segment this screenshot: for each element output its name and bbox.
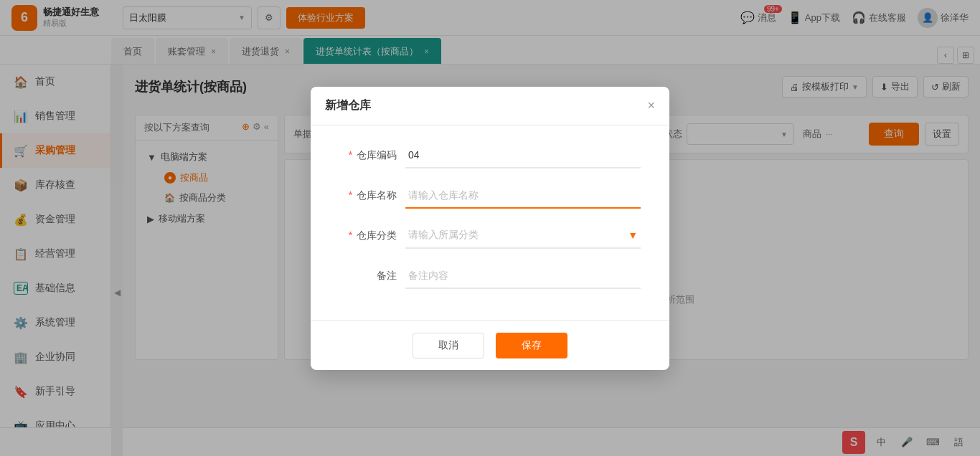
modal-body: * 仓库编码 * 仓库名称 * 仓库分类 请输入所属 [311, 125, 669, 320]
warehouse-category-select[interactable]: 请输入所属分类 ▼ [405, 223, 641, 249]
modal-overlay[interactable]: 新增仓库 × * 仓库编码 * 仓库名称 [0, 0, 980, 456]
note-row: 备注 [339, 263, 641, 289]
warehouse-code-label: * 仓库编码 [339, 149, 397, 162]
note-label: 备注 [339, 270, 397, 282]
cancel-button[interactable]: 取消 [413, 333, 484, 358]
warehouse-category-label: * 仓库分类 [339, 229, 397, 242]
warehouse-code-row: * 仓库编码 [339, 143, 641, 168]
warehouse-category-row: * 仓库分类 请输入所属分类 ▼ [339, 223, 641, 249]
warehouse-name-input[interactable] [405, 183, 641, 209]
chevron-down-icon: ▼ [628, 229, 638, 241]
modal-header: 新增仓库 × [311, 87, 669, 125]
modal-title: 新增仓库 [325, 98, 371, 113]
warehouse-name-label: * 仓库名称 [339, 189, 397, 202]
save-button[interactable]: 保存 [496, 333, 567, 358]
modal-close-button[interactable]: × [647, 99, 655, 112]
new-warehouse-modal: 新增仓库 × * 仓库编码 * 仓库名称 [311, 87, 669, 370]
warehouse-code-input[interactable] [405, 143, 641, 168]
note-input[interactable] [405, 263, 641, 289]
warehouse-name-row: * 仓库名称 [339, 183, 641, 209]
modal-footer: 取消 保存 [311, 320, 669, 370]
